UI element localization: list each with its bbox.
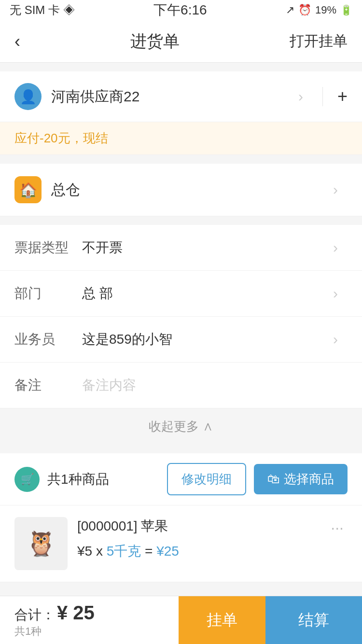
select-icon: 🛍 — [267, 472, 280, 487]
battery-icon: 🔋 — [340, 4, 352, 16]
supplier-row[interactable]: 👤 河南供应商22 › + — [0, 71, 362, 122]
department-row[interactable]: 部门 总 部 › — [0, 271, 362, 317]
warehouse-section: 🏠 总仓 › — [0, 164, 362, 216]
divider-2 — [0, 155, 362, 164]
nav-bar: ‹ 进货单 打开挂单 — [0, 20, 362, 63]
warehouse-name: 总仓 — [51, 180, 333, 200]
remark-row[interactable]: 备注 备注内容 — [0, 363, 362, 408]
product-item: 🦉 [0000001] 苹果 ¥5 x 5千克 = ¥25 ··· — [0, 505, 362, 582]
bottom-bar: 合计： ¥ 25 共1种 挂单 结算 — [0, 596, 362, 644]
product-info: [0000001] 苹果 ¥5 x 5千克 = ¥25 — [77, 517, 327, 560]
salesperson-label: 业务员 — [14, 330, 82, 349]
avatar: 👤 — [14, 83, 42, 110]
product-name: [0000001] 苹果 — [77, 517, 327, 535]
department-value: 总 部 — [82, 284, 333, 303]
add-supplier-button[interactable]: + — [337, 86, 348, 107]
price-formula: ¥5 x — [77, 544, 107, 559]
sim-status: 无 SIM 卡 ◈ — [10, 2, 75, 18]
total-amount: ¥ 25 — [57, 602, 95, 624]
product-menu-button[interactable]: ··· — [327, 517, 348, 539]
select-label: 选择商品 — [284, 471, 334, 488]
invoice-type-row[interactable]: 票据类型 不开票 › — [0, 225, 362, 271]
invoice-type-label: 票据类型 — [14, 238, 82, 257]
product-header: 🛒 共1种商品 修改明细 🛍 选择商品 — [0, 453, 362, 505]
total-label: 合计： — [14, 606, 55, 624]
product-quantity: 5千克 — [107, 544, 141, 559]
supplier-divider — [322, 87, 323, 106]
open-pending-button[interactable]: 打开挂单 — [290, 31, 348, 51]
chevron-right-icon: › — [298, 88, 303, 105]
supplier-name: 河南供应商22 — [51, 87, 298, 107]
invoice-type-value: 不开票 — [82, 238, 333, 257]
status-right: ↗ ⏰ 19% 🔋 — [286, 4, 352, 16]
collapse-bar[interactable]: 收起更多 ∧ — [0, 408, 362, 445]
warehouse-icon: 🏠 — [14, 176, 42, 203]
divider-1 — [0, 63, 362, 71]
remark-placeholder[interactable]: 备注内容 — [82, 376, 348, 394]
salesperson-value: 这是859的小智 — [82, 330, 333, 349]
status-time: 下午6:16 — [153, 1, 207, 19]
product-section-icon: 🛒 — [14, 467, 40, 492]
product-placeholder-icon: 🦉 — [26, 530, 56, 558]
department-label: 部门 — [14, 284, 82, 303]
edit-detail-button[interactable]: 修改明细 — [167, 463, 246, 495]
status-left: 无 SIM 卡 ◈ — [10, 2, 75, 18]
supplier-section: 👤 河南供应商22 › + 应付-20元，现结 — [0, 71, 362, 155]
product-count: 共1种商品 — [47, 470, 167, 489]
form-section: 票据类型 不开票 › 部门 总 部 › 业务员 这是859的小智 › 备注 备注… — [0, 225, 362, 408]
avatar-icon: 👤 — [20, 89, 37, 105]
location-icon: ↗ — [286, 4, 294, 16]
warehouse-row[interactable]: 🏠 总仓 › — [0, 164, 362, 216]
alarm-icon: ⏰ — [298, 4, 311, 16]
product-total: ¥25 — [156, 544, 179, 559]
cart-icon: 🛒 — [21, 473, 34, 486]
status-bar: 无 SIM 卡 ◈ 下午6:16 ↗ ⏰ 19% 🔋 — [0, 0, 362, 20]
back-button[interactable]: ‹ — [14, 31, 20, 52]
page-title: 进货单 — [130, 30, 180, 53]
divider-3 — [0, 216, 362, 225]
salesperson-row[interactable]: 业务员 这是859的小智 › — [0, 317, 362, 363]
total-section: 合计： ¥ 25 共1种 — [0, 602, 179, 639]
select-product-button[interactable]: 🛍 选择商品 — [254, 464, 348, 494]
battery-status: 19% — [315, 4, 336, 16]
remark-label: 备注 — [14, 376, 82, 394]
total-sub: 共1种 — [14, 624, 164, 639]
chevron-right-icon: › — [333, 239, 338, 256]
info-banner: 应付-20元，现结 — [0, 122, 362, 155]
chevron-right-icon: › — [333, 182, 338, 198]
product-price: ¥5 x 5千克 = ¥25 — [77, 542, 327, 560]
product-thumbnail: 🦉 — [14, 517, 68, 570]
chevron-right-icon: › — [333, 331, 338, 348]
checkout-button[interactable]: 结算 — [265, 596, 362, 644]
hang-button[interactable]: 挂单 — [179, 596, 265, 644]
equals-sign: = — [141, 544, 156, 559]
chevron-right-icon: › — [333, 285, 338, 302]
